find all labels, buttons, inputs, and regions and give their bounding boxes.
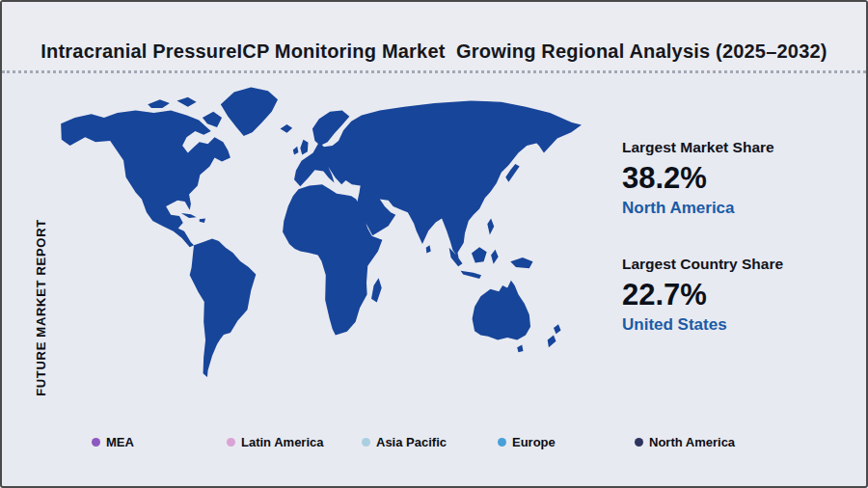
report-title: Intracranial PressureICP Monitoring Mark… (2, 41, 866, 63)
legend-label: Europe (512, 435, 556, 449)
legend-item-asia-pacific: Asia Pacific (362, 433, 447, 450)
legend-label: Latin America (241, 435, 324, 449)
legend-dot-mea (92, 438, 100, 447)
world-map-landmass (61, 88, 582, 377)
legend-label: Asia Pacific (376, 435, 447, 449)
legend-item-mea: MEA (92, 433, 134, 450)
stat-largest-market-share: Largest Market Share 38.2% North America (622, 139, 774, 218)
legend-dot-latin-america (227, 438, 235, 447)
legend-item-latin-america: Latin America (227, 433, 324, 450)
world-map-svg (58, 85, 586, 389)
stat-region: United States (622, 315, 783, 335)
stat-label: Largest Country Share (622, 256, 783, 273)
title-divider (2, 70, 866, 73)
stat-region: North America (622, 199, 774, 218)
legend-dot-europe (498, 438, 506, 447)
legend-label: MEA (106, 435, 134, 449)
legend-item-europe: Europe (498, 433, 556, 450)
stat-value: 38.2% (622, 163, 774, 195)
legend-item-north-america: North America (635, 433, 735, 450)
stat-value: 22.7% (622, 280, 783, 312)
legend-dot-asia-pacific (362, 438, 370, 447)
header: Intracranial PressureICP Monitoring Mark… (2, 2, 866, 72)
infographic-card: Intracranial PressureICP Monitoring Mark… (0, 0, 868, 488)
legend-dot-north-america (635, 438, 643, 447)
stat-label: Largest Market Share (622, 139, 774, 156)
world-map (58, 85, 586, 389)
legend: MEA Latin America Asia Pacific Europe No… (2, 433, 866, 452)
watermark-future-market-report: FUTURE MARKET REPORT (34, 219, 48, 396)
stat-largest-country-share: Largest Country Share 22.7% United State… (622, 256, 783, 335)
legend-label: North America (649, 435, 735, 449)
